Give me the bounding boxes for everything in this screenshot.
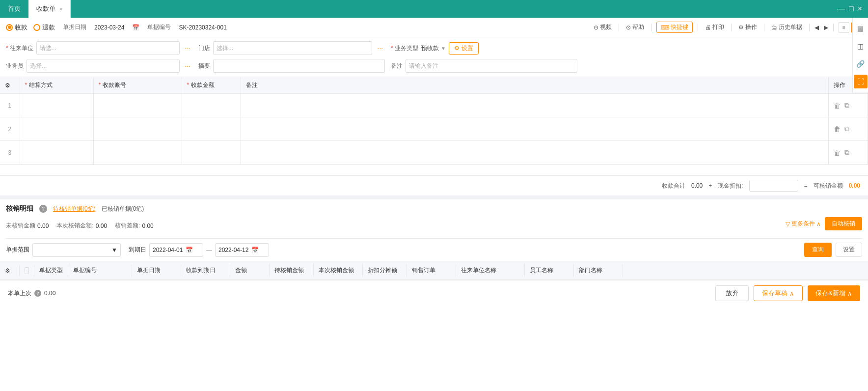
shortcut-btn[interactable]: ⌨ 快捷键 [656, 22, 693, 33]
window-min-btn[interactable]: — [837, 4, 845, 13]
business-type-select[interactable]: 预收款 ▼ [421, 44, 446, 53]
tab-pending[interactable]: 待核销单据(0笔) [53, 205, 96, 213]
reconcile-title: 核销明细 [6, 204, 33, 213]
filter-settings-btn[interactable]: 设置 [836, 243, 862, 257]
history-btn[interactable]: 🗂 历史单据 [769, 22, 804, 32]
row-2-settlement[interactable] [20, 117, 93, 141]
due-date-filter: 到期日 2022-04-01 📅 — 2022-04-12 📅 [129, 243, 269, 257]
nav-tab[interactable]: 收款单 × [28, 0, 71, 18]
row-3-copy-icon[interactable]: ⧉ [844, 148, 849, 157]
store-input[interactable]: 选择... [213, 41, 372, 55]
row-3-delete-icon[interactable]: 🗑 [834, 149, 841, 157]
abandon-btn[interactable]: 放弃 [715, 285, 749, 301]
remark-input[interactable]: 请输入备注 [406, 59, 577, 73]
nav-next-icon[interactable]: ▶ [824, 24, 828, 31]
staff-more-btn[interactable]: ··· [183, 62, 192, 70]
store-placeholder: 选择... [217, 44, 233, 53]
th-settings[interactable]: ⚙ [0, 77, 20, 94]
row-1-copy-icon[interactable]: ⧉ [844, 101, 849, 110]
radio-tui[interactable]: 退款 [33, 23, 55, 32]
bottom-th-staff: 员工名称 [525, 264, 574, 277]
select-all-checkbox[interactable] [25, 267, 29, 274]
row-num-2: 2 [0, 117, 20, 141]
reconcile-info-icon[interactable]: ? [39, 205, 47, 213]
video-btn[interactable]: ⊙ 视频 [592, 22, 614, 32]
row-2-remark[interactable] [241, 117, 829, 141]
th-remark: 备注 [241, 77, 829, 94]
date-to-input[interactable]: 2022-04-12 📅 [215, 243, 269, 257]
divider2 [651, 24, 651, 31]
bottom-th-order: 销售订单 [407, 264, 456, 277]
operation-btn[interactable]: ⚙ 操作 [736, 22, 759, 32]
save-new-btn[interactable]: 保存&新增 ∧ [808, 285, 860, 301]
number-value: SK-20230324-001 [179, 24, 226, 31]
save-new-label: 保存&新增 [815, 289, 845, 298]
row-2-copy-icon[interactable]: ⧉ [844, 125, 849, 133]
row-2-amount[interactable] [182, 117, 241, 141]
layout-list-icon[interactable]: ≡ [839, 22, 849, 33]
window-max-btn[interactable]: □ [849, 4, 854, 13]
partner-input[interactable]: 请选... [36, 41, 180, 55]
divider7 [833, 24, 834, 31]
bottom-th-pending: 待核销金额 [270, 264, 314, 277]
calendar-to-icon[interactable]: 📅 [251, 247, 259, 253]
bottom-th-settings[interactable]: ⚙ [0, 265, 20, 276]
row-1-delete-icon[interactable]: 🗑 [834, 102, 841, 110]
settings-btn[interactable]: ⚙ 设置 [449, 42, 479, 55]
discount-input[interactable] [749, 180, 798, 192]
due-date-label: 到期日 [129, 246, 146, 254]
section-divider [0, 196, 868, 199]
sidebar-icon-1[interactable]: ▦ [854, 22, 868, 35]
row-1-action: 🗑 ⧉ [829, 94, 868, 117]
data-table: ⚙ * 结算方式 * 收款账号 * 收款金额 备注 操作 [0, 77, 868, 165]
calendar-icon[interactable]: 📅 [132, 24, 139, 31]
date-from-input[interactable]: 2022-04-01 📅 [149, 243, 203, 257]
row-1-remark[interactable] [241, 94, 829, 117]
store-more-btn[interactable]: ··· [375, 44, 385, 52]
query-btn[interactable]: 查询 [804, 243, 832, 257]
summary-input[interactable] [213, 59, 385, 73]
nav-home[interactable]: 首页 [0, 0, 28, 18]
date-value: 2023-03-24 [94, 24, 124, 31]
auto-reconcile-btn[interactable]: 自动核销 [825, 217, 862, 230]
row-3-account[interactable] [93, 141, 182, 165]
staff-placeholder: 选择... [30, 62, 47, 70]
business-type-field: 业务类型 预收款 ▼ ⚙ 设置 [391, 42, 558, 55]
nav-prev-icon[interactable]: ◀ [814, 24, 819, 31]
row-3-amount[interactable] [182, 141, 241, 165]
th-amount: * 收款金额 [182, 77, 241, 94]
radio-shou[interactable]: 收款 [6, 23, 27, 32]
save-draft-label: 保存草稿 [762, 289, 787, 298]
staff-input[interactable]: 选择... [27, 59, 180, 73]
more-conditions-btn[interactable]: ▽ 更多条件 ∧ [786, 220, 821, 228]
row-1-amount[interactable] [182, 94, 241, 117]
table-header-row: ⚙ * 结算方式 * 收款账号 * 收款金额 备注 操作 [0, 77, 868, 94]
discount-label: 现金折扣: [718, 182, 743, 190]
nav-tab-close[interactable]: × [59, 6, 62, 12]
reconcile-stats: 未核销金额 0.00 本次核销金额: 0.00 核销差额: 0.00 ▽ 更多条… [6, 217, 862, 234]
partner-placeholder: 请选... [40, 44, 56, 53]
row-3-settlement[interactable] [20, 141, 93, 165]
partner-more-btn[interactable]: ··· [183, 44, 192, 52]
save-draft-btn[interactable]: 保存草稿 ∧ [754, 285, 803, 301]
row-1-settlement[interactable] [20, 94, 93, 117]
bottom-th-due: 收款到期日 [181, 264, 230, 277]
nav-tab-label: 收款单 [36, 4, 55, 13]
range-select[interactable]: ▼ [32, 243, 121, 257]
row-2-delete-icon[interactable]: 🗑 [834, 125, 841, 133]
help-btn[interactable]: ⊙ 帮助 [624, 22, 646, 32]
bottom-bar-info-icon[interactable]: ? [34, 290, 41, 297]
window-close-btn[interactable]: × [858, 4, 862, 13]
date-label: 单据日期 [63, 23, 86, 31]
calendar-from-icon[interactable]: 📅 [186, 247, 193, 253]
sidebar-icon-4[interactable]: ⛶ [854, 75, 868, 88]
sidebar-icon-3[interactable]: 🔗 [854, 57, 868, 71]
sidebar-icon-2[interactable]: ◫ [854, 39, 868, 53]
row-3-remark[interactable] [241, 141, 829, 165]
row-1-account[interactable] [93, 94, 182, 117]
tab-done[interactable]: 已核销单据(0笔) [102, 205, 144, 213]
print-btn[interactable]: 🖨 打印 [703, 22, 726, 32]
row-2-account[interactable] [93, 117, 182, 141]
reconcile-section: 核销明细 ? 待核销单据(0笔) 已核销单据(0笔) 未核销金额 0.00 本次… [0, 199, 868, 261]
help-icon: ⊙ [626, 24, 631, 31]
